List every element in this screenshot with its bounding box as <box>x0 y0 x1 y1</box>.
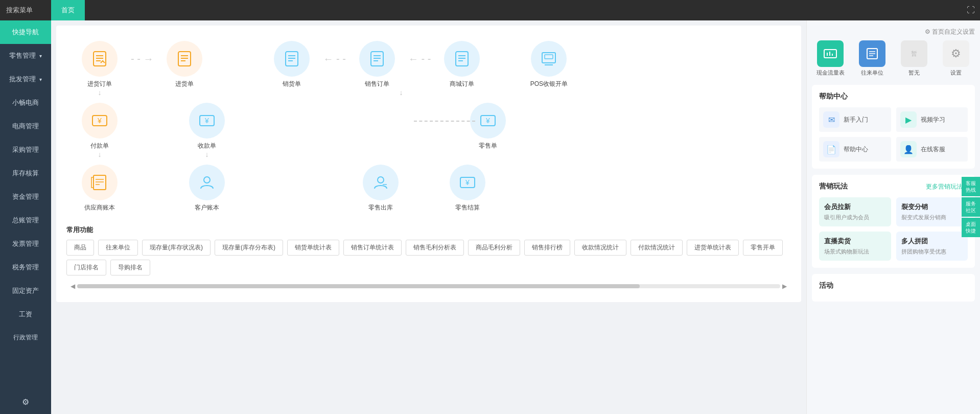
sidebar-settings-button[interactable]: ⚙ <box>0 390 51 414</box>
func-btn-guide-rank[interactable]: 导购排名 <box>110 260 150 275</box>
func-btn-receipt-stat[interactable]: 收款情况统计 <box>574 240 626 256</box>
top-bar-right: ⛶ <box>967 6 980 15</box>
node-purchase-bill[interactable]: 进货单 <box>151 41 218 88</box>
marketing-header: 营销玩法 更多营销玩法 > <box>819 182 968 191</box>
help-icon-online: 👤 <box>900 141 917 157</box>
node-circle-retail-out <box>363 165 399 200</box>
marketing-item-title-group: 多人拼团 <box>901 237 963 246</box>
sidebar-item-ecommerce[interactable]: 电商管理 <box>0 114 51 138</box>
float-btn-community[interactable]: 服务社区 <box>962 197 980 217</box>
sidebar-item-admin[interactable]: 行政管理 <box>0 326 51 349</box>
marketing-item-group[interactable]: 多人拼团 拼团购物享受优惠 <box>896 232 968 261</box>
func-btn-sales-order-stat[interactable]: 销售订单统计表 <box>343 240 402 256</box>
help-section: 帮助中心 ✉ 新手入门 ▶ 视频学习 📄 帮助中心 👤 <box>812 85 975 169</box>
node-retail-order[interactable]: ¥ 零售单 <box>455 103 521 150</box>
sidebar-item-invoice[interactable]: 发票管理 <box>0 232 51 256</box>
node-payment[interactable]: ¥ 付款单 <box>66 103 133 150</box>
quick-icon-box-cashflow <box>817 40 844 67</box>
func-btn-purchase-stat[interactable]: 进货单统计表 <box>687 240 739 256</box>
node-retail-out[interactable]: 零售出库 <box>347 165 414 212</box>
quick-icon-cashflow[interactable]: 现金流量表 <box>812 40 849 77</box>
sidebar-item-inventory[interactable]: 库存核算 <box>0 162 51 185</box>
node-customer-book[interactable]: 客户账本 <box>174 165 240 212</box>
node-purchase-order[interactable]: 进货订单 <box>66 41 133 88</box>
marketing-item-member[interactable]: 会员拉新 吸引用户成为会员 <box>819 197 891 226</box>
quick-icon-label-cashflow: 现金流量表 <box>816 69 845 77</box>
marketing-item-fission[interactable]: 裂变分销 裂变式发展分销商 <box>896 197 968 226</box>
help-label-center: 帮助中心 <box>844 145 868 154</box>
node-shop-order[interactable]: 商城订单 <box>429 41 495 88</box>
scroll-track[interactable] <box>77 284 780 288</box>
node-sales-order[interactable]: 销售订单 <box>344 41 410 88</box>
node-receipt[interactable]: ¥ 收款单 <box>174 103 240 150</box>
arrow-1: - - → <box>131 41 153 65</box>
svg-text:¥: ¥ <box>204 117 209 125</box>
marketing-item-live[interactable]: 直播卖货 场景式购物新玩法 <box>819 232 891 261</box>
right-panel: ⚙ 首页自定义设置 现金流量表 往来单位 暂 <box>806 20 980 414</box>
tab-home[interactable]: 首页 <box>51 0 85 20</box>
node-circle-receipt: ¥ <box>189 103 225 139</box>
help-icon-beginner: ✉ <box>823 111 839 128</box>
node-label-customer-book: 客户账本 <box>195 203 219 212</box>
node-retail-settle[interactable]: ¥ 零售结算 <box>434 165 501 212</box>
help-item-video[interactable]: ▶ 视频学习 <box>896 107 968 132</box>
func-btn-goods[interactable]: 商品 <box>66 240 94 256</box>
float-btn-desktop[interactable]: 桌面快捷 <box>962 218 980 237</box>
func-btn-stock-dist[interactable]: 现存量(库存分布表) <box>215 240 283 256</box>
sidebar-item-finance[interactable]: 资金管理 <box>0 185 51 209</box>
sidebar-item-quick-nav[interactable]: 快捷导航 <box>0 20 51 44</box>
help-item-center[interactable]: 📄 帮助中心 <box>819 137 891 162</box>
sidebar-item-salary[interactable]: 工资 <box>0 303 51 326</box>
fullscreen-button[interactable]: ⛶ <box>967 6 975 14</box>
sidebar-item-wholesale[interactable]: 批发管理 ▾ <box>0 67 51 91</box>
main-panel: 进货订单 - - → 进货单 <box>51 20 806 414</box>
quick-icon-partner[interactable]: 往来单位 <box>854 40 891 77</box>
sidebar-item-retail[interactable]: 零售管理 ▾ <box>0 44 51 67</box>
sidebar-item-purchase[interactable]: 采购管理 <box>0 138 51 162</box>
quick-icon-box-partner <box>859 40 885 67</box>
float-btn-service[interactable]: 客服热线 <box>962 177 980 196</box>
func-btn-retail-order[interactable]: 零售开单 <box>743 240 783 256</box>
sidebar-item-fixed-assets[interactable]: 固定资产 <box>0 279 51 303</box>
func-btn-sales-stat[interactable]: 销货单统计表 <box>287 240 339 256</box>
sidebar: 快捷导航 零售管理 ▾ 批发管理 ▾ 小畅电商 电商管理 采购管理 库存核算 资… <box>0 20 51 414</box>
quick-icon-label-empty: 暂无 <box>908 69 920 77</box>
node-label-retail-settle: 零售结算 <box>455 203 480 212</box>
help-label-online: 在线客服 <box>921 145 945 154</box>
marketing-grid: 会员拉新 吸引用户成为会员 裂变分销 裂变式发展分销商 直播卖货 场景式购物新玩… <box>819 197 968 261</box>
sidebar-item-ledger[interactable]: 总账管理 <box>0 209 51 232</box>
common-functions: 常用功能 商品 往来单位 现存量(库存状况表) 现存量(库存分布表) 销货单统计… <box>66 225 791 275</box>
node-circle-retail-order: ¥ <box>470 103 506 139</box>
svg-rect-21 <box>545 55 553 59</box>
help-item-online[interactable]: 👤 在线客服 <box>896 137 968 162</box>
func-btn-sales-rank[interactable]: 销售排行榜 <box>524 240 570 256</box>
func-btn-partner[interactable]: 往来单位 <box>98 240 138 256</box>
quick-icon-box-settings: ⚙ <box>943 40 969 67</box>
search-menu[interactable]: 搜索菜单 <box>0 0 51 20</box>
node-supplier-book[interactable]: 供应商账本 <box>66 165 133 212</box>
help-item-beginner[interactable]: ✉ 新手入门 <box>819 107 891 132</box>
quick-access-row: 现金流量表 往来单位 暂 暂无 ⚙ 设置 <box>812 40 975 77</box>
node-circle-sales-order <box>359 41 395 77</box>
sidebar-item-ecommerce-small[interactable]: 小畅电商 <box>0 91 51 114</box>
customize-button[interactable]: ⚙ 首页自定义设置 <box>925 28 975 36</box>
sidebar-item-tax[interactable]: 税务管理 <box>0 256 51 279</box>
node-label-retail-order: 零售单 <box>479 142 497 150</box>
scroll-right-arrow[interactable]: ▶ <box>780 283 789 290</box>
func-btn-goods-profit[interactable]: 商品毛利分析 <box>468 240 520 256</box>
node-circle-purchase-order <box>82 41 118 77</box>
func-btn-sales-profit[interactable]: 销售毛利分析表 <box>406 240 464 256</box>
node-circle-purchase-bill <box>167 41 202 77</box>
node-pos[interactable]: POS收银开单 <box>516 41 582 88</box>
quick-icon-settings[interactable]: ⚙ 设置 <box>938 40 974 77</box>
top-bar: 搜索菜单 首页 ⛶ <box>0 0 980 20</box>
marketing-section: 营销玩法 更多营销玩法 > 会员拉新 吸引用户成为会员 裂变分销 裂变式发展分销… <box>812 175 975 268</box>
quick-icon-box-empty: 暂 <box>901 40 927 67</box>
quick-icon-empty[interactable]: 暂 暂无 <box>896 40 932 77</box>
help-icon-video: ▶ <box>900 111 917 128</box>
func-btn-stock-status[interactable]: 现存量(库存状况表) <box>142 240 211 256</box>
func-btn-store-rank[interactable]: 门店排名 <box>66 260 106 275</box>
node-sales-bill[interactable]: 销货单 <box>259 41 325 88</box>
scroll-left-arrow[interactable]: ◀ <box>68 283 77 290</box>
func-btn-payment-stat[interactable]: 付款情况统计 <box>631 240 683 256</box>
